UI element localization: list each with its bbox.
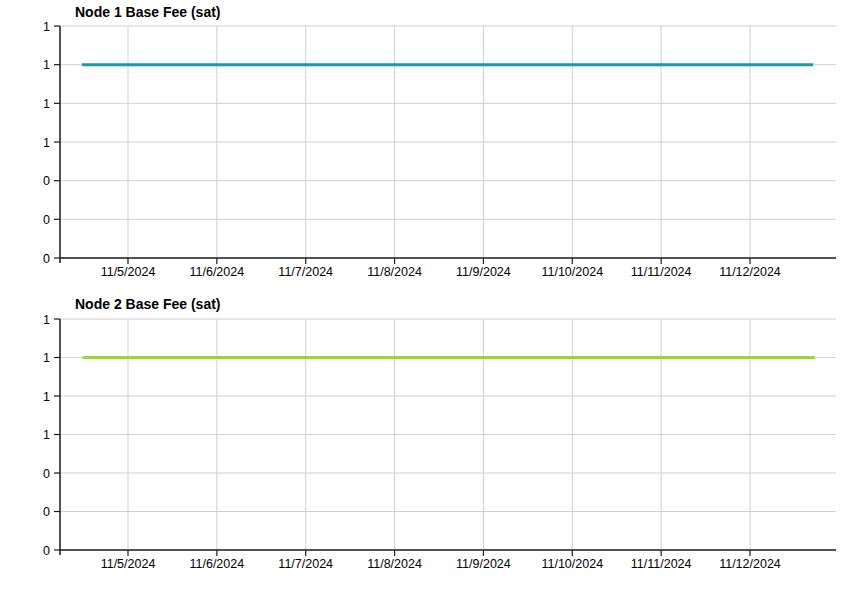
tick-marks xyxy=(54,26,750,264)
svg-text:11/10/2024: 11/10/2024 xyxy=(541,557,603,571)
svg-text:11/9/2024: 11/9/2024 xyxy=(456,265,511,279)
svg-text:11/7/2024: 11/7/2024 xyxy=(278,557,333,571)
chart-1: 111100011/5/202411/6/202411/7/202411/8/2… xyxy=(43,20,836,280)
svg-text:1: 1 xyxy=(43,97,50,111)
svg-text:11/12/2024: 11/12/2024 xyxy=(719,557,781,571)
axes xyxy=(60,319,836,555)
svg-text:11/6/2024: 11/6/2024 xyxy=(190,557,245,571)
svg-text:11/5/2024: 11/5/2024 xyxy=(101,557,156,571)
chart-2: 111100011/5/202411/6/202411/7/202411/8/2… xyxy=(43,313,836,572)
y-gridlines xyxy=(60,26,836,219)
svg-text:0: 0 xyxy=(43,252,50,266)
x-tick-labels: 11/5/202411/6/202411/7/202411/8/202411/9… xyxy=(101,265,781,279)
svg-text:1: 1 xyxy=(43,428,50,442)
svg-text:11/9/2024: 11/9/2024 xyxy=(456,557,511,571)
svg-text:1: 1 xyxy=(43,313,50,327)
y-gridlines xyxy=(60,319,836,512)
svg-text:11/8/2024: 11/8/2024 xyxy=(367,557,422,571)
svg-text:11/6/2024: 11/6/2024 xyxy=(190,265,245,279)
svg-text:0: 0 xyxy=(43,467,50,481)
y-tick-labels: 1111000 xyxy=(43,20,50,266)
svg-text:1: 1 xyxy=(43,390,50,404)
tick-marks xyxy=(54,319,750,556)
svg-text:0: 0 xyxy=(43,213,50,227)
svg-text:11/11/2024: 11/11/2024 xyxy=(631,265,692,279)
svg-text:11/8/2024: 11/8/2024 xyxy=(367,265,422,279)
svg-text:11/5/2024: 11/5/2024 xyxy=(101,265,156,279)
x-tick-labels: 11/5/202411/6/202411/7/202411/8/202411/9… xyxy=(101,557,781,571)
svg-text:1: 1 xyxy=(43,58,50,72)
svg-text:0: 0 xyxy=(43,174,50,188)
charts-canvas: 111100011/5/202411/6/202411/7/202411/8/2… xyxy=(0,0,860,600)
svg-text:11/10/2024: 11/10/2024 xyxy=(541,265,603,279)
svg-text:0: 0 xyxy=(43,505,50,519)
svg-text:11/11/2024: 11/11/2024 xyxy=(631,557,692,571)
svg-text:1: 1 xyxy=(43,136,50,150)
svg-text:0: 0 xyxy=(43,544,50,558)
base-fee-charts-panel: Node 1 Base Fee (sat) Node 2 Base Fee (s… xyxy=(0,0,860,600)
axes xyxy=(60,26,836,263)
svg-text:11/7/2024: 11/7/2024 xyxy=(278,265,333,279)
svg-text:1: 1 xyxy=(43,20,50,34)
y-tick-labels: 1111000 xyxy=(43,313,50,558)
svg-text:11/12/2024: 11/12/2024 xyxy=(719,265,781,279)
svg-text:1: 1 xyxy=(43,351,50,365)
